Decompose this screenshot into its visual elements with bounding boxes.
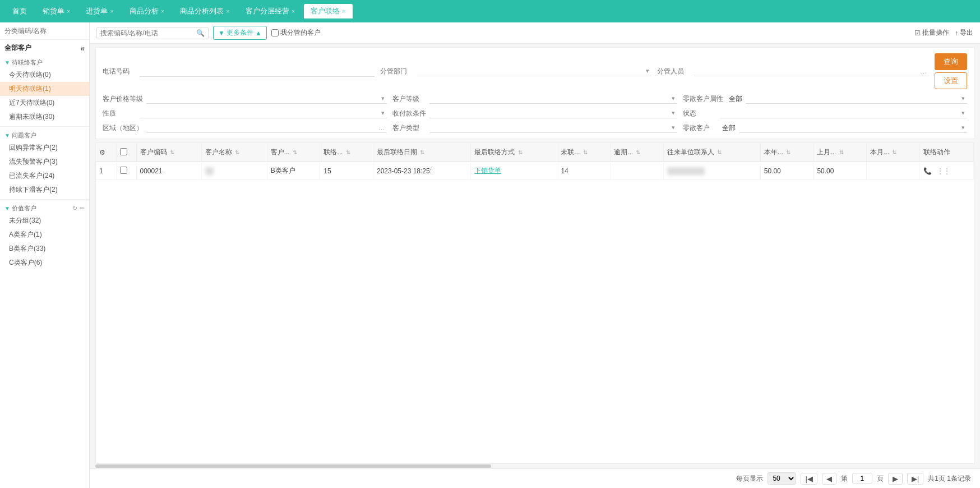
- sort-icon[interactable]: ⇅: [235, 149, 239, 155]
- filter-retail-attr-select[interactable]: ▾: [746, 94, 967, 104]
- chevron-down-icon: ▾: [672, 124, 675, 131]
- sidebar-search-input[interactable]: [4, 27, 89, 35]
- col-customer-name: 客户名称 ⇅: [202, 143, 267, 162]
- close-icon[interactable]: ×: [67, 8, 70, 15]
- sidebar-item-declining[interactable]: 持续下滑客户(2): [0, 183, 89, 197]
- nav-item-analysis[interactable]: 商品分析 ×: [123, 4, 171, 19]
- sort-icon[interactable]: ⇅: [346, 149, 350, 155]
- sidebar-item-ungrouped[interactable]: 未分组(32): [0, 214, 89, 228]
- sidebar-item-today[interactable]: 今天待联络(0): [0, 68, 89, 82]
- last-contact-link[interactable]: 下销货单: [474, 167, 501, 174]
- nav-item-home[interactable]: 首页: [6, 4, 34, 19]
- filter-customer-value-select[interactable]: ▾: [146, 94, 387, 104]
- filter-retail-customer-label: 零散客户: [683, 123, 716, 133]
- sidebar-item-overdue[interactable]: 逾期未联络(30): [0, 110, 89, 124]
- export-button[interactable]: ↑ 导出: [955, 28, 973, 38]
- toolbar-search-box[interactable]: 🔍: [96, 27, 209, 39]
- contact-person-blurred: ██████: [667, 167, 705, 175]
- close-icon[interactable]: ×: [161, 8, 164, 15]
- filter-person: 分管人员 …: [657, 67, 929, 76]
- filter-gender-select[interactable]: ▾: [140, 108, 387, 118]
- select-all-checkbox[interactable]: [120, 148, 127, 155]
- refresh-icon[interactable]: ↻: [72, 205, 77, 212]
- filter-payment-label: 收付款条件: [392, 109, 426, 118]
- page-number-input[interactable]: [852, 473, 872, 484]
- divider: [0, 126, 89, 127]
- filter-customer-type-select[interactable]: ▾: [429, 123, 677, 133]
- batch-operation-button[interactable]: ☑ 批量操作: [914, 28, 949, 38]
- filter-customer-value: 客户价格等级 ▾: [103, 94, 387, 104]
- my-customers-checkbox-label[interactable]: 我分管的客户: [271, 28, 321, 38]
- row-checkbox[interactable]: [120, 167, 127, 174]
- sort-icon[interactable]: ⇅: [636, 149, 640, 155]
- sort-icon[interactable]: ⇅: [786, 149, 791, 155]
- gear-icon[interactable]: ⚙: [99, 149, 105, 156]
- nav-item-customer-contact[interactable]: 客户联络 ×: [304, 4, 352, 19]
- nav-item-purchase[interactable]: 进货单 ×: [79, 4, 120, 19]
- prev-page-button[interactable]: ◀: [822, 473, 836, 485]
- nav-item-analysis-list[interactable]: 商品分析列表 ×: [173, 4, 236, 19]
- toolbar: 🔍 ▼ 更多条件 ▲ 我分管的客户 ☑ 批量操作 ↑ 导出: [90, 22, 980, 44]
- filter-status-select[interactable]: ▾: [720, 108, 967, 118]
- nav-item-sales[interactable]: 销货单 ×: [36, 4, 77, 19]
- edit-icon[interactable]: ✏: [80, 205, 85, 212]
- col-gear[interactable]: ⚙: [96, 143, 116, 162]
- scrollbar-thumb[interactable]: [95, 464, 491, 468]
- last-page-button[interactable]: ▶|: [907, 473, 923, 485]
- chevron-down-icon: ▾: [961, 109, 965, 117]
- collapse-icon[interactable]: «: [80, 44, 85, 53]
- close-icon[interactable]: ×: [110, 8, 113, 15]
- sort-icon[interactable]: ⇅: [170, 149, 174, 155]
- horizontal-scrollbar[interactable]: [95, 464, 974, 468]
- sort-icon[interactable]: ⇅: [518, 149, 523, 155]
- sidebar-item-class-a[interactable]: A类客户(1): [0, 228, 89, 242]
- toolbar-search-input[interactable]: [100, 29, 194, 37]
- more-icon: …: [921, 68, 927, 75]
- sidebar-item-repurchase-abnormal[interactable]: 回购异常客户(2): [0, 141, 89, 155]
- sidebar-item-churned[interactable]: 已流失客户(24): [0, 169, 89, 183]
- sidebar-item-class-c[interactable]: C类客户(6): [0, 256, 89, 270]
- settings-button[interactable]: 设置: [935, 72, 967, 89]
- nav-item-customer-layer[interactable]: 客户分层经营 ×: [239, 4, 302, 19]
- filter-phone: 电话号码: [103, 66, 375, 77]
- next-page-button[interactable]: ▶: [888, 473, 903, 485]
- filter-customer-level-select[interactable]: ▾: [429, 94, 677, 104]
- filter-payment: 收付款条件 ▾: [392, 108, 677, 118]
- sidebar-all-customers[interactable]: 全部客户 «: [0, 40, 89, 56]
- filter-customer-type: 客户类型 ▾: [392, 123, 677, 133]
- more-conditions-button[interactable]: ▼ 更多条件 ▲: [213, 26, 267, 40]
- filter-retail-customer-select[interactable]: ▾: [739, 123, 967, 133]
- search-icon[interactable]: 🔍: [196, 29, 205, 37]
- close-icon[interactable]: ×: [292, 8, 295, 15]
- query-button[interactable]: 查询: [935, 53, 967, 70]
- close-icon[interactable]: ×: [342, 8, 345, 15]
- sidebar-item-churn-warning[interactable]: 流失预警客户(3): [0, 155, 89, 169]
- filter-region-select[interactable]: …: [146, 123, 387, 133]
- sort-icon[interactable]: ⇅: [839, 149, 844, 155]
- filter-dept-select[interactable]: ▾: [417, 66, 652, 76]
- col-contact-count: 联络... ⇅: [320, 143, 373, 162]
- filter-phone-input[interactable]: [140, 66, 375, 77]
- toolbar-right: ☑ 批量操作 ↑ 导出: [914, 28, 973, 38]
- sort-icon[interactable]: ⇅: [583, 149, 588, 155]
- first-page-button[interactable]: |◀: [801, 473, 817, 485]
- filter-status-label: 状态: [683, 109, 716, 118]
- sidebar-item-tomorrow[interactable]: 明天待联络(1): [0, 82, 89, 96]
- call-action-icon[interactable]: 📞: [923, 167, 932, 175]
- filter-row-3: 性质 ▾ 收付款条件 ▾ 状态: [103, 108, 967, 118]
- filter-dept: 分管部门 ▾: [380, 66, 652, 76]
- filter-payment-select[interactable]: ▾: [429, 108, 677, 118]
- cell-checkbox[interactable]: [116, 162, 136, 180]
- sort-icon[interactable]: ⇅: [717, 149, 722, 155]
- sidebar-item-class-b[interactable]: B类客户(33): [0, 242, 89, 256]
- sort-icon[interactable]: ⇅: [892, 149, 896, 155]
- sort-icon[interactable]: ⇅: [420, 149, 424, 155]
- close-icon[interactable]: ×: [226, 8, 229, 15]
- per-page-select[interactable]: 50 100 200: [768, 472, 796, 485]
- filter-person-select[interactable]: …: [694, 67, 929, 76]
- more-action-icon[interactable]: ⋮⋮: [937, 167, 950, 175]
- my-customers-checkbox[interactable]: [271, 29, 279, 36]
- sidebar-item-7days[interactable]: 近7天待联络(0): [0, 96, 89, 110]
- col-checkbox[interactable]: [116, 143, 136, 162]
- sort-icon[interactable]: ⇅: [293, 149, 297, 155]
